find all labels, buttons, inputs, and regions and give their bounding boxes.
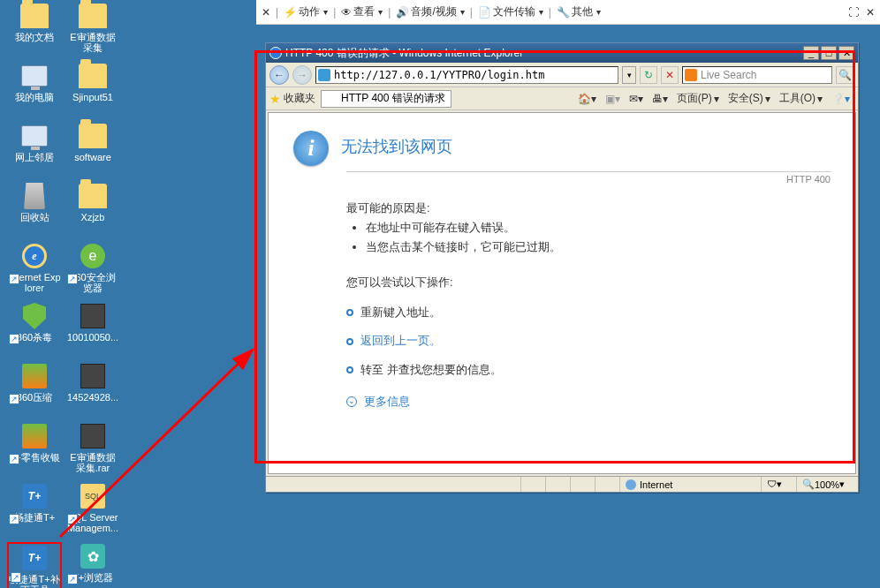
desktop-icon-recyclebin[interactable]: 回收站 [7,182,62,237]
status-cell [595,477,619,492]
retail-icon [22,424,47,449]
toolbar-action[interactable]: ⚡动作 [284,4,328,19]
maximize-button[interactable]: □ [821,46,837,60]
status-protected[interactable]: 🛡▾ [761,477,796,492]
folder-icon [20,4,49,28]
zip-icon [22,364,47,388]
action-back-link[interactable]: 返回到上一页。 [360,331,441,351]
desktop-icon-tbrowser[interactable]: ✿T+浏览器 [65,542,120,588]
star-icon: ★ [269,92,281,106]
desktop-icon-tretail[interactable]: T+零售收银 [7,422,62,477]
desktop-icon-mycomputer[interactable]: 我的电脑 [7,62,62,117]
folder-icon [79,64,107,88]
desktop-icon-file1[interactable]: 10010050... [65,302,120,357]
action-goto: 转至 并查找您想要的信息。 [360,360,502,380]
reason-item: 当您点击某个链接时，它可能已过期。 [366,237,831,257]
close-button[interactable]: ✕ [838,46,854,60]
status-cell [570,477,595,492]
tplus-icon: T+ [22,484,47,509]
desktop-icon-file2[interactable]: 14524928... [65,362,120,417]
nav-toolbar: ← → http://127.0.0.1/YYTPRO/login.htm ▾ … [266,63,858,87]
search-box[interactable]: Live Search [682,66,832,84]
network-icon [21,125,48,147]
http-code: HTTP 400 [346,171,831,185]
fullscreen-icon[interactable]: ⛶ [848,6,859,19]
tools-menu[interactable]: 工具(O)▾ [775,89,827,109]
live-search-icon [685,69,697,81]
feed-button[interactable]: ▣▾ [601,89,625,109]
desktop-icon-360av[interactable]: 360杀毒 [7,302,62,357]
toolbar-filetransfer[interactable]: 📄文件传输 [478,4,543,19]
help-button[interactable]: ❔▾ [827,89,854,109]
address-dropdown[interactable]: ▾ [622,66,636,84]
reason-title: 最可能的原因是: [346,199,831,218]
page-content: i 无法找到该网页 HTTP 400 最可能的原因是: 在地址中可能存在键入错误… [268,112,856,474]
print-button[interactable]: 🖶▾ [648,89,672,109]
desktop-icon-sqlserver[interactable]: SQLSQL Server Managem... [65,482,120,537]
desktop-icon-tplus-patch[interactable]: T+畅捷通T+补丁工具 [7,542,62,588]
desktop-icon-sjinput[interactable]: Sjinput51 [65,62,120,117]
bullet-icon [346,366,353,373]
try-section: 您可以尝试以下操作: 重新键入地址。 返回到上一页。 转至 并查找您想要的信息。… [346,273,831,411]
toolbar-av[interactable]: 🔊音频/视频 [396,4,464,19]
ie-icon: e [22,244,47,268]
desktop-icon-360zip[interactable]: 360压缩 [7,362,62,417]
file-icon [80,364,105,388]
remote-toolbar: ✕ | ⚡动作 | 👁查看 | 🔊音频/视频 | 📄文件传输 | 🔧其他 ⛶ ✕ [256,0,880,25]
mail-button[interactable]: ✉▾ [625,89,648,109]
status-cell [545,477,570,492]
tab-title: HTTP 400 错误的请求 [341,91,445,106]
refresh-button[interactable]: ↻ [640,66,657,84]
more-info-link[interactable]: 更多信息 [364,392,410,411]
desktop-icon-mydocs[interactable]: 我的文档 [7,2,62,57]
browser-tab[interactable]: HTTP 400 错误的请求 [321,90,451,108]
status-bar: Internet 🛡▾ 🔍100% ▾ [266,476,858,492]
folder-icon [79,124,107,148]
address-bar[interactable]: http://127.0.0.1/YYTPRO/login.htm [315,66,618,84]
exit-icon[interactable]: ✕ [866,6,875,19]
minimize-button[interactable]: _ [803,46,819,60]
desktop-icon-software[interactable]: software [65,122,120,177]
reason-item: 在地址中可能存在键入错误。 [366,218,831,237]
action-retype: 重新键入地址。 [360,303,441,322]
rar-icon [80,424,105,449]
desktop-icon-tplus[interactable]: T+畅捷通T+ [7,482,62,537]
toolbar-other[interactable]: 🔧其他 [557,4,601,19]
bin-icon [24,183,45,209]
page-menu[interactable]: 页面(P)▾ [672,89,724,109]
desktop-icon-eaudit-rar[interactable]: E审通数据采集.rar [65,422,120,477]
desktop-icon-ie[interactable]: eInternet Explorer [7,242,62,297]
error-heading: 无法找到该网页 [341,136,452,157]
favorites-bar: ★ 收藏夹 HTTP 400 错误的请求 🏠▾ ▣▾ ✉▾ 🖶▾ 页面(P)▾ … [266,87,858,110]
ie-tab-icon [327,94,338,104]
file-icon [80,304,105,328]
ie-titlebar[interactable]: HTTP 400 错误的请求 - Windows Internet Explor… [266,43,858,63]
desktop-icon-network[interactable]: 网上邻居 [7,122,62,177]
chevron-icon: ⌄ [346,396,357,407]
stop-button[interactable]: ✕ [661,66,679,84]
safety-menu[interactable]: 安全(S)▾ [724,89,775,109]
search-go-button[interactable]: 🔍 [836,66,854,84]
desktop-icon-eaudit[interactable]: E审通数据采集 [65,2,120,57]
desktop-icon-xzjzb[interactable]: Xzjzb [65,182,120,237]
toolbar-close[interactable]: ✕ [262,6,270,19]
favorites-button[interactable]: ★ 收藏夹 [269,91,315,106]
desktop-icons: 我的文档 我的电脑 网上邻居 回收站 eInternet Explorer 36… [7,0,140,588]
url-text: http://127.0.0.1/YYTPRO/login.htm [334,69,544,81]
globe-icon [318,69,330,81]
desktop-icon-360browser[interactable]: e360安全浏览器 [65,242,120,297]
shield-icon [23,303,46,329]
forward-button[interactable]: → [292,65,312,85]
bullet-icon [346,338,353,345]
tbrowser-icon: ✿ [80,544,105,569]
status-zone[interactable]: Internet [619,477,761,492]
toolbar-view[interactable]: 👁查看 [341,4,383,19]
status-cell [520,477,545,492]
computer-icon [21,65,48,87]
ie-app-icon [269,47,282,59]
desktop-background: 我的文档 我的电脑 网上邻居 回收站 eInternet Explorer 36… [0,0,880,588]
folder-icon [79,4,107,28]
status-zoom[interactable]: 🔍100% ▾ [796,477,858,492]
home-button[interactable]: 🏠▾ [573,89,601,109]
back-button[interactable]: ← [269,65,289,85]
